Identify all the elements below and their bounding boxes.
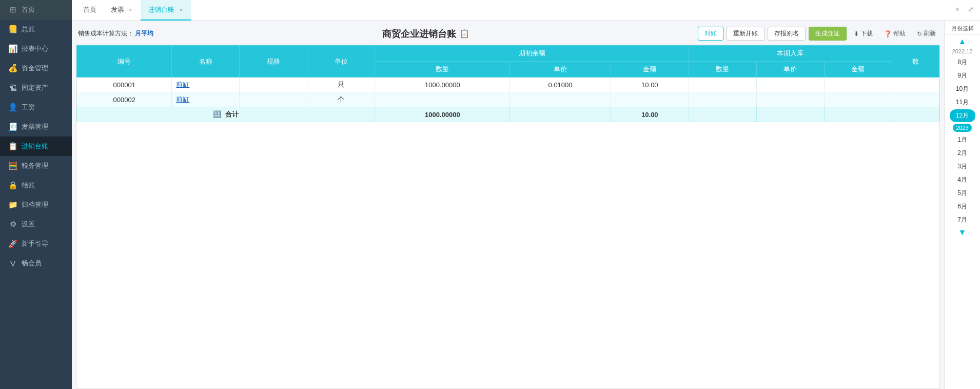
- sidebar-item-report-center[interactable]: 📊报表中心: [0, 39, 72, 59]
- sidebar-label-tax-management: 税务管理: [22, 161, 48, 170]
- prev-year-label: 2022.12: [950, 47, 975, 55]
- month-nav-up[interactable]: ▲: [957, 36, 968, 47]
- footer-in-qty: [689, 107, 756, 122]
- sidebar-item-settings[interactable]: ⚙设置: [0, 215, 72, 234]
- col-header-in-qty: 数量: [689, 62, 756, 77]
- col-header-spec: 规格: [240, 46, 307, 77]
- sidebar-label-vip-member: 畅会员: [22, 259, 42, 268]
- sidebar-icon-closing: 🔒: [8, 181, 17, 190]
- sidebar-item-salary[interactable]: 👤工资: [0, 98, 72, 117]
- table-row[interactable]: 000002 前缸 个: [77, 92, 939, 107]
- save-alias-button[interactable]: 存报别名: [768, 27, 806, 41]
- page-title: 商贸企业进销台账: [382, 28, 456, 40]
- download-button[interactable]: ⬇ 下载: [850, 27, 877, 40]
- cell-unit: 只: [307, 77, 375, 92]
- month-item-curr-1月[interactable]: 1月: [950, 133, 975, 146]
- tab-home-tab[interactable]: 首页: [76, 0, 104, 21]
- cell-in-amount: [824, 77, 892, 92]
- sidebar-icon-vip-member: V: [8, 259, 17, 268]
- month-item-prev-12月[interactable]: 12月: [950, 109, 975, 122]
- sidebar-icon-invoice-management: 🧾: [8, 122, 17, 131]
- month-selector-title: 月份选择: [945, 23, 980, 35]
- sidebar-item-fund-management[interactable]: 💰资金管理: [0, 59, 72, 78]
- col-header-opening-balance: 期初余额: [375, 46, 689, 62]
- cell-opening-qty: 1000.00000: [375, 77, 510, 92]
- sidebar-item-purchase-sales-ledger[interactable]: 📋进销台账: [0, 137, 72, 156]
- sidebar-icon-home: ⊞: [8, 5, 17, 14]
- month-item-curr-3月[interactable]: 3月: [950, 160, 975, 173]
- download-icon: ⬇: [854, 30, 859, 37]
- reconcile-button[interactable]: 对账: [698, 27, 723, 41]
- sidebar-label-general-ledger: 总账: [22, 25, 35, 34]
- month-item-curr-5月[interactable]: 5月: [950, 187, 975, 200]
- sidebar-label-purchase-sales-ledger: 进销台账: [22, 142, 48, 151]
- generate-voucher-button[interactable]: 生成凭证: [809, 27, 847, 41]
- sidebar-label-salary: 工资: [22, 103, 35, 112]
- page-title-area: 商贸企业进销台账 📋: [382, 28, 469, 40]
- month-item-curr-7月[interactable]: 7月: [950, 213, 975, 226]
- sidebar-icon-archive-management: 📁: [8, 200, 17, 209]
- footer-in-price: [756, 107, 824, 122]
- month-item-prev-11月[interactable]: 11月: [950, 96, 975, 109]
- sidebar-item-archive-management[interactable]: 📁归档管理: [0, 195, 72, 215]
- cell-opening-qty: [375, 92, 510, 107]
- month-item-curr-4月[interactable]: 4月: [950, 173, 975, 186]
- month-item-curr-6月[interactable]: 6月: [950, 200, 975, 213]
- tab-label-invoice-tab: 发票: [111, 5, 124, 14]
- month-item-prev-9月[interactable]: 9月: [950, 69, 975, 82]
- sidebar-item-closing[interactable]: 🔒结账: [0, 176, 72, 195]
- maximize-button[interactable]: ⤢: [966, 4, 976, 14]
- sidebar-item-new-user-guide[interactable]: 🚀新手引导: [0, 234, 72, 254]
- reopen-button[interactable]: 重新开账: [727, 27, 765, 41]
- table-body: 000001 前缸 只 1000.00000 0.01000 10.00 000…: [77, 77, 939, 107]
- sidebar-icon-report-center: 📊: [8, 44, 17, 53]
- month-selector-panel: 月份选择 ▲ 2022.12 8月9月10月11月12月 2023 1月2月3月…: [944, 21, 980, 389]
- cell-opening-price: 0.01000: [510, 77, 611, 92]
- month-nav-down[interactable]: ▼: [957, 227, 968, 238]
- sidebar-icon-general-ledger: 📒: [8, 25, 17, 34]
- footer-in-amount: [824, 107, 892, 122]
- sidebar-icon-purchase-sales-ledger: 📋: [8, 142, 17, 151]
- sidebar-item-fixed-assets[interactable]: 🏗固定资产: [0, 78, 72, 98]
- col-header-in-amount: 金额: [824, 62, 892, 77]
- month-item-prev-8月[interactable]: 8月: [950, 56, 975, 69]
- sidebar-icon-salary: 👤: [8, 103, 17, 112]
- table-row[interactable]: 000001 前缸 只 1000.00000 0.01000 10.00: [77, 77, 939, 92]
- page-info-icon[interactable]: 📋: [459, 29, 469, 38]
- sidebar: ⊞首页📒总账📊报表中心💰资金管理🏗固定资产👤工资🧾发票管理📋进销台账🧮税务管理🔒…: [0, 0, 72, 389]
- sidebar-item-tax-management[interactable]: 🧮税务管理: [0, 156, 72, 176]
- content-area: 销售成本计算方法： 月平均 商贸企业进销台账 📋 对账 重新开账 存报别名 生成…: [72, 21, 980, 389]
- sidebar-label-settings: 设置: [22, 220, 35, 229]
- col-header-code: 编号: [77, 46, 172, 77]
- toolbar: 销售成本计算方法： 月平均 商贸企业进销台账 📋 对账 重新开账 存报别名 生成…: [76, 25, 944, 45]
- sidebar-item-general-ledger[interactable]: 📒总账: [0, 20, 72, 39]
- sidebar-label-fund-management: 资金管理: [22, 64, 48, 73]
- help-button[interactable]: ❓ 帮助: [880, 27, 910, 40]
- tab-close-invoice-tab[interactable]: ×: [127, 6, 133, 13]
- sidebar-item-invoice-management[interactable]: 🧾发票管理: [0, 117, 72, 137]
- action-buttons: 对账 重新开账 存报别名 生成凭证 ⬇ 下载 ❓ 帮助 ↻ 刷新: [698, 27, 940, 41]
- cell-opening-amount: 10.00: [611, 77, 689, 92]
- current-year-label: 2023: [953, 124, 971, 132]
- tab-close-purchase-sales-tab[interactable]: ×: [178, 6, 184, 13]
- col-header-opening-amount: 金额: [611, 62, 689, 77]
- prev-year-months: 8月9月10月11月12月: [950, 55, 975, 123]
- cost-method: 销售成本计算方法： 月平均: [78, 29, 153, 38]
- cell-name: 前缸: [172, 77, 240, 92]
- col-header-current-in: 本期入库: [689, 46, 892, 62]
- tab-invoice-tab[interactable]: 发票×: [104, 0, 141, 21]
- close-button[interactable]: ×: [953, 4, 962, 14]
- month-item-prev-10月[interactable]: 10月: [950, 83, 975, 95]
- refresh-button[interactable]: ↻ 刷新: [913, 27, 940, 40]
- sidebar-item-vip-member[interactable]: V畅会员: [0, 254, 72, 273]
- month-item-curr-2月[interactable]: 2月: [950, 147, 975, 160]
- sidebar-item-home[interactable]: ⊞首页: [0, 0, 72, 20]
- tab-label-purchase-sales-tab: 进销台账: [148, 5, 174, 14]
- tab-purchase-sales-tab[interactable]: 进销台账×: [141, 0, 191, 21]
- cell-in-qty: [689, 92, 756, 107]
- sidebar-label-new-user-guide: 新手引导: [22, 239, 48, 248]
- cell-in-price: [756, 92, 824, 107]
- total-icon: 🔢: [213, 110, 221, 118]
- footer-partial: [892, 107, 939, 122]
- cell-in-price: [756, 77, 824, 92]
